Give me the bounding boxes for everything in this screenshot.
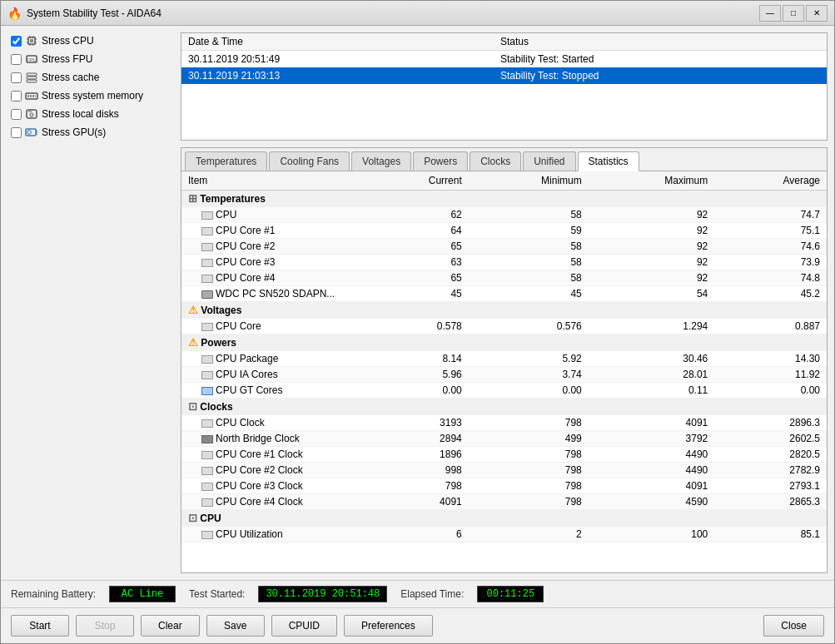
item-cell: CPU Core #4 [181,270,365,286]
maximum-cell: 1.294 [589,319,714,334]
tabs-container: TemperaturesCooling FansVoltagesPowersCl… [181,147,828,573]
stop-button[interactable]: Stop [76,615,134,637]
current-cell: 65 [365,270,469,286]
category-cell: ⊡ CPU [181,510,827,527]
col-maximum: Maximum [589,171,714,191]
stress-cache-checkbox[interactable] [11,72,22,83]
tab-temperatures[interactable]: Temperatures [185,151,267,171]
table-row: CPU Core #1 Clock 1896 798 4490 2820.5 [181,447,827,463]
data-table-scroll[interactable]: Item Current Minimum Maximum Average ⊞ T… [181,171,827,572]
tab-clocks[interactable]: Clocks [470,151,521,171]
svg-rect-1 [30,39,33,42]
maximum-cell: 92 [589,207,714,223]
table-row: CPU Clock 3193 798 4091 2896.3 [181,415,827,431]
maximum-cell: 3792 [589,431,714,447]
category-cell: ⚠ Voltages [181,302,827,319]
current-cell: 0.578 [365,319,469,334]
log-cell-datetime: 30.11.2019 21:03:13 [181,67,494,84]
preferences-button[interactable]: Preferences [344,615,433,637]
table-row: ⚠ Voltages [181,302,827,319]
minimum-cell: 798 [469,415,589,431]
status-bar: Remaining Battery: AC Line Test Started:… [1,580,834,607]
table-row: ⊡ Clocks [181,399,827,415]
right-panel: Date & Time Status 30.11.2019 20:51:49St… [181,32,828,573]
svg-text:FPU: FPU [27,57,37,62]
stress-cpu-item[interactable]: Stress CPU [7,32,174,49]
minimum-cell: 798 [469,447,589,463]
tab-statistics[interactable]: Statistics [578,151,639,171]
disk-icon [25,107,38,121]
current-cell: 65 [365,239,469,255]
data-table-container: Item Current Minimum Maximum Average ⊞ T… [181,171,827,572]
minimum-cell: 58 [469,270,589,286]
minimum-cell: 58 [469,207,589,223]
item-cell: CPU Core #2 [181,239,365,255]
tab-powers[interactable]: Powers [413,151,468,171]
current-cell: 2894 [365,431,469,447]
minimize-button[interactable]: — [759,5,781,22]
category-cell: ⊡ Clocks [181,399,827,415]
stress-disks-checkbox[interactable] [11,109,22,120]
stress-disks-item[interactable]: Stress local disks [7,106,174,122]
log-col-datetime: Date & Time [181,33,494,51]
stress-fpu-checkbox[interactable] [11,54,22,65]
category-icon: ⊡ [188,400,197,413]
table-row: ⊞ Temperatures [181,191,827,207]
minimum-cell: 45 [469,286,589,302]
stress-cpu-label: Stress CPU [42,35,94,47]
svg-rect-14 [27,80,37,82]
svg-rect-13 [27,77,37,79]
current-cell: 998 [365,463,469,478]
current-cell: 0.00 [365,383,469,399]
save-button[interactable]: Save [206,615,265,637]
item-cell: CPU Core #1 Clock [181,447,365,463]
maximum-cell: 30.46 [589,351,714,367]
stress-gpu-checkbox[interactable] [11,127,22,138]
tab-unified[interactable]: Unified [523,151,575,171]
minimum-cell: 58 [469,255,589,270]
start-button[interactable]: Start [11,615,69,637]
average-cell: 75.1 [714,223,827,239]
stress-cpu-checkbox[interactable] [11,36,22,47]
tab-voltages[interactable]: Voltages [351,151,411,171]
average-cell: 0.00 [714,383,827,399]
current-cell: 3193 [365,415,469,431]
battery-label: Remaining Battery: [11,588,96,600]
table-row: CPU Core #4 65 58 92 74.8 [181,270,827,286]
average-cell: 2865.3 [714,494,827,510]
stress-memory-label: Stress system memory [42,90,143,102]
stress-memory-item[interactable]: Stress system memory [7,87,174,104]
cpuid-button[interactable]: CPUID [271,615,337,637]
close-button[interactable]: Close [763,615,824,637]
table-row: CPU Core #3 Clock 798 798 4091 2793.1 [181,478,827,494]
current-cell: 62 [365,207,469,223]
clear-button[interactable]: Clear [141,615,200,637]
svg-rect-16 [27,95,29,97]
col-item: Item [181,171,365,191]
stress-memory-checkbox[interactable] [11,91,22,102]
svg-point-21 [30,113,33,116]
minimum-cell: 3.74 [469,367,589,383]
elapsed-time-label: Elapsed Time: [400,588,464,600]
app-icon: 🔥 [7,7,22,20]
stress-fpu-item[interactable]: FPU Stress FPU [7,51,174,67]
stress-gpu-item[interactable]: Stress GPU(s) [7,124,174,141]
maximum-cell: 92 [589,223,714,239]
minimum-cell: 798 [469,494,589,510]
maximum-cell: 92 [589,239,714,255]
log-area[interactable]: Date & Time Status 30.11.2019 20:51:49St… [181,32,828,141]
table-row: CPU Core #4 Clock 4091 798 4590 2865.3 [181,494,827,510]
table-row: CPU IA Cores 5.96 3.74 28.01 11.92 [181,367,827,383]
table-row: CPU 62 58 92 74.7 [181,207,827,223]
close-title-button[interactable]: ✕ [806,5,828,22]
cache-icon [25,71,38,84]
minimum-cell: 2 [469,527,589,542]
log-cell-status: Stability Test: Stopped [494,67,827,84]
svg-rect-18 [32,95,34,97]
svg-rect-24 [27,131,31,134]
maximize-button[interactable]: □ [783,5,804,22]
tab-cooling_fans[interactable]: Cooling Fans [269,151,350,171]
minimum-cell: 59 [469,223,589,239]
elapsed-time-value: 00:11:25 [477,586,544,602]
stress-cache-item[interactable]: Stress cache [7,69,174,86]
